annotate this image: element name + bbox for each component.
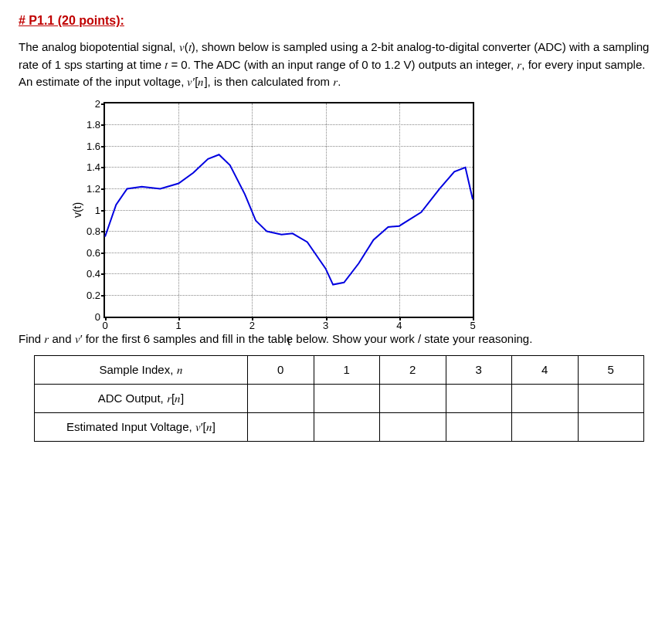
table-cell[interactable] bbox=[380, 412, 446, 441]
problem-heading: # P1.1 (20 points): bbox=[19, 14, 653, 28]
table-cell[interactable] bbox=[314, 384, 380, 412]
table-cell[interactable] bbox=[446, 384, 512, 412]
table-cell[interactable] bbox=[248, 384, 314, 412]
problem-statement: The analog biopotential signal, 𝑣(𝑡), sh… bbox=[19, 39, 653, 91]
table-cell[interactable] bbox=[380, 384, 446, 412]
table-cell: 4 bbox=[512, 355, 579, 384]
table-cell[interactable] bbox=[512, 412, 579, 441]
chart-plot-area: 2 1.8 1.6 1.4 1.2 1 0.8 0.6 0.4 0.2 0 0 … bbox=[104, 102, 474, 318]
signal-curve bbox=[105, 103, 473, 317]
table-cell: 0 bbox=[248, 355, 314, 384]
table-row: ADC Output, 𝑟[𝑛] bbox=[35, 384, 644, 412]
table-row: Estimated Input Voltage, 𝑣′[𝑛] bbox=[35, 412, 644, 441]
table-cell[interactable] bbox=[578, 412, 644, 441]
table-cell: 5 bbox=[578, 355, 644, 384]
table-cell: 2 bbox=[380, 355, 446, 384]
row-header-n: Sample Index, 𝑛 bbox=[35, 355, 248, 384]
chart-container: 2 1.8 1.6 1.4 1.2 1 0.8 0.6 0.4 0.2 0 0 … bbox=[104, 102, 653, 318]
table-cell: 3 bbox=[446, 355, 512, 384]
table-cell: 1 bbox=[314, 355, 380, 384]
table-cell[interactable] bbox=[248, 412, 314, 441]
table-cell[interactable] bbox=[578, 384, 644, 412]
instruction-text: Find 𝑟 and 𝑣′ for the first 6 samples an… bbox=[19, 332, 653, 346]
row-header-v: Estimated Input Voltage, 𝑣′[𝑛] bbox=[35, 412, 248, 441]
table-row: Sample Index, 𝑛 0 1 2 3 4 5 bbox=[35, 355, 644, 384]
answer-table: Sample Index, 𝑛 0 1 2 3 4 5 ADC Output, … bbox=[34, 355, 644, 442]
table-cell[interactable] bbox=[512, 384, 579, 412]
table-cell[interactable] bbox=[314, 412, 380, 441]
y-axis-label: v(t) bbox=[71, 202, 83, 217]
table-cell[interactable] bbox=[446, 412, 512, 441]
row-header-r: ADC Output, 𝑟[𝑛] bbox=[35, 384, 248, 412]
x-axis-label: t bbox=[287, 335, 290, 347]
